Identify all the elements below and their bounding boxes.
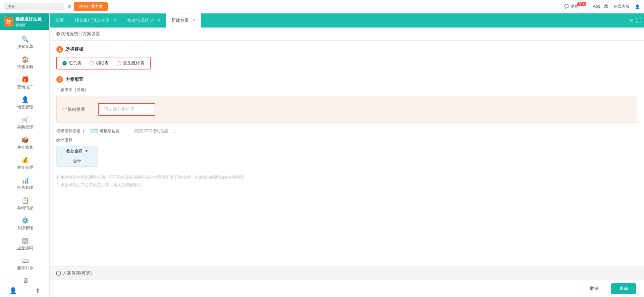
- content-body: 1 选择模板 汇总表 明细表 交叉统计表 2 方案配置: [50, 41, 644, 266]
- tab-home[interactable]: 首页: [50, 13, 69, 28]
- sidebar-item-system[interactable]: ⚙️ 系统管理: [0, 213, 49, 234]
- tab-payment-stat[interactable]: 收款情况统计✕: [122, 13, 166, 28]
- draggable-legend: 可拖动位置: [90, 128, 120, 134]
- metrics-sep: [125, 128, 129, 134]
- metrics-col-dropdown[interactable]: ▾: [86, 149, 88, 153]
- tab-new-plan[interactable]: 新建方案✕: [166, 13, 201, 28]
- metrics-label: 统计指标: [56, 137, 637, 143]
- user-avatar[interactable]: 👤: [635, 4, 640, 9]
- sales-icon: 👤: [21, 96, 29, 103]
- metrics-table-container: 收款金额 ▾合计: [56, 146, 98, 167]
- tab-label-payment-stat: 收款情况统计: [127, 17, 154, 23]
- sidebar-item-sales[interactable]: 👤 销售管理: [0, 93, 49, 113]
- metrics-table-header[interactable]: 收款金额 ▾: [57, 146, 97, 156]
- management-icon: 📊: [21, 177, 29, 184]
- radio-cross[interactable]: [117, 61, 121, 65]
- tab-label-home: 首页: [55, 17, 64, 23]
- purchase-icon: 🛒: [21, 116, 29, 123]
- dimension-area: * * 纵向维度 — 请选择分组维度: [56, 96, 637, 123]
- logo-icon: 好: [4, 17, 13, 27]
- template-option-summary[interactable]: 汇总表: [62, 60, 82, 66]
- metrics-col-header: 收款金额: [66, 149, 83, 153]
- sidebar-item-enterprise[interactable]: 🏢 企业协同: [0, 234, 49, 254]
- tab-expand-icon[interactable]: ⛶: [636, 17, 641, 23]
- system-icon: ⚙️: [21, 217, 29, 224]
- query-button[interactable]: 查询: [611, 283, 636, 294]
- template-option-cross[interactable]: 交叉统计表: [117, 60, 145, 66]
- tab-bar-actions: ✕ ⛶: [629, 17, 641, 24]
- gear-icon[interactable]: ⚙: [67, 4, 71, 10]
- metrics-end-paren: ）: [174, 128, 178, 134]
- marketing-label: 营销推广: [17, 84, 33, 90]
- metrics-section: 模板指标设定（ 可拖动位置 不可拖动位置 ）: [56, 128, 637, 168]
- logo-area: 好 畅捷通好生意 标准版: [0, 13, 49, 30]
- sidebar-item-quick-nav[interactable]: 🏠 快速导航: [0, 52, 49, 72]
- cancel-button[interactable]: 取消: [582, 283, 607, 294]
- sidebar-item-finance[interactable]: 💰 资金管理: [0, 153, 49, 173]
- layout: 好 畅捷通好生意 标准版 🔍 搜索菜单 🏠 快速导航 🎁 营销推广 👤 销售管理…: [0, 13, 644, 297]
- step2-section: 2 方案配置 汇总维度（必选） * * 纵向维度 — 请选择分组维度: [56, 76, 637, 188]
- dimension-select[interactable]: 请选择分组维度: [98, 103, 155, 116]
- sidebar-item-hardware[interactable]: 🖥 智能硬件: [0, 274, 49, 284]
- top-bar: ⚙ 体验行业方案 💬 消息99+ App下载 在线客服 👤: [0, 0, 644, 13]
- sidebar-bottom: 👤 ⬆: [0, 284, 49, 297]
- sidebar-item-inventory[interactable]: 📦 库存核算: [0, 133, 49, 153]
- search-input[interactable]: [4, 3, 64, 10]
- edition-label: 标准版: [15, 23, 42, 28]
- step1-section: 1 选择模板 汇总表 明细表 交叉统计表: [56, 46, 637, 69]
- sidebar-item-basic-info[interactable]: 📋 基础信息: [0, 193, 49, 213]
- tab-close-bank-flow[interactable]: ✕: [113, 18, 116, 23]
- step2-title: 方案配置: [66, 77, 83, 83]
- finance-label: 资金管理: [17, 165, 33, 170]
- finance-icon: 💰: [21, 156, 29, 164]
- save-checkbox-input[interactable]: [56, 271, 61, 276]
- dimension-row: * * 纵向维度 — 请选择分组维度: [62, 103, 632, 116]
- save-plan-checkbox[interactable]: 方案保存(可选): [56, 270, 92, 276]
- sidebar-item-search-menu[interactable]: 🔍 搜索菜单: [0, 32, 49, 52]
- sales-label: 销售管理: [17, 104, 33, 110]
- metrics-settings-label: 模板指标设定（: [56, 128, 85, 134]
- hardware-icon: 🖥: [22, 277, 28, 284]
- sidebar-item-guide[interactable]: 📖 新手引导: [0, 254, 49, 274]
- sidebar-item-management[interactable]: 📊 经营管理: [0, 173, 49, 193]
- fixed-dot: [135, 129, 143, 133]
- industry-btn[interactable]: 体验行业方案: [74, 2, 108, 11]
- template-option-detail[interactable]: 明细表: [90, 60, 109, 66]
- inventory-label: 库存核算: [17, 145, 33, 150]
- tab-bank-flow[interactable]: 现金银行流水查询✕: [69, 13, 122, 28]
- notification-icon[interactable]: 💬 消息99+: [564, 4, 587, 9]
- step1-title: 选择模板: [66, 46, 83, 52]
- radio-detail[interactable]: [90, 61, 94, 65]
- sidebar-bottom-icon-2[interactable]: ⬆: [35, 287, 40, 294]
- sidebar: 好 畅捷通好生意 标准版 🔍 搜索菜单 🏠 快速导航 🎁 营销推广 👤 销售管理…: [0, 13, 50, 297]
- step2-header: 2 方案配置: [56, 76, 637, 83]
- tip1: 1. 拖动标题栏可以调整布局，不可跨维度或指标区域拖动栏目字段(只能在同一维度或…: [56, 175, 637, 180]
- content-footer: 方案保存(可选): [50, 266, 644, 280]
- arrow-right: —: [89, 107, 94, 112]
- sidebar-bottom-icon-1[interactable]: 👤: [9, 287, 17, 294]
- basic-info-icon: 📋: [21, 197, 29, 204]
- app-download[interactable]: App下载: [593, 4, 608, 9]
- metrics-table-cell: 合计: [57, 156, 97, 166]
- metrics-legend: 模板指标设定（ 可拖动位置 不可拖动位置 ）: [56, 128, 637, 134]
- sidebar-item-marketing[interactable]: 🎁 营销推广: [0, 72, 49, 93]
- management-label: 经营管理: [17, 185, 33, 191]
- tab-close-all-icon[interactable]: ✕: [629, 17, 633, 24]
- top-bar-right: 💬 消息99+ App下载 在线客服 👤: [564, 4, 640, 9]
- quick-nav-icon: 🏠: [21, 56, 29, 63]
- page-title: 收款情况统计方案设置: [56, 31, 100, 36]
- tab-label-new-plan: 新建方案: [171, 17, 189, 23]
- enterprise-icon: 🏢: [21, 237, 29, 244]
- draggable-dot: [90, 129, 98, 133]
- tab-close-new-plan[interactable]: ✕: [192, 18, 196, 23]
- search-menu-label: 搜索菜单: [17, 44, 33, 50]
- online-service[interactable]: 在线客服: [613, 4, 630, 9]
- system-label: 系统管理: [17, 225, 33, 231]
- guide-icon: 📖: [21, 257, 29, 264]
- step2-badge: 2: [56, 76, 63, 83]
- radio-label-detail: 明细表: [96, 60, 109, 66]
- basic-info-label: 基础信息: [17, 205, 33, 211]
- sidebar-item-purchase[interactable]: 🛒 采购管理: [0, 113, 49, 133]
- radio-summary[interactable]: [62, 61, 67, 65]
- tab-close-payment-stat[interactable]: ✕: [157, 18, 160, 23]
